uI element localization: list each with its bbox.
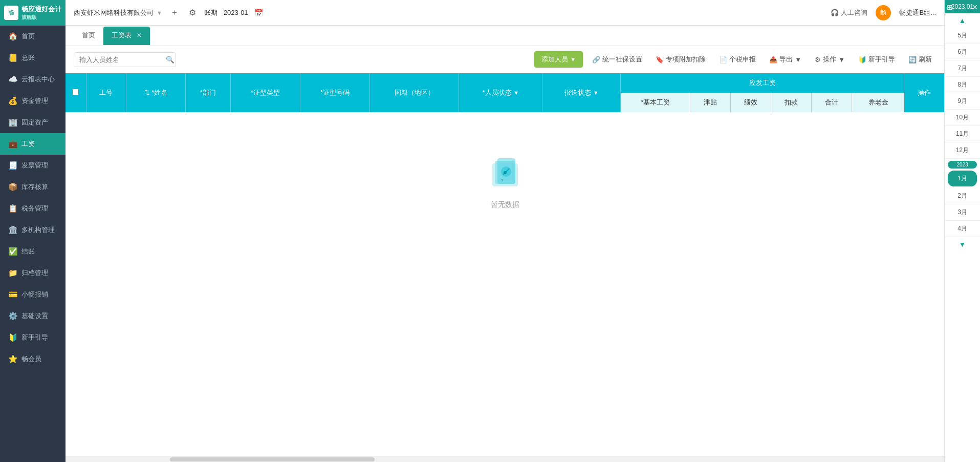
tax-report-button[interactable]: 📄 个税申报 bbox=[715, 52, 760, 67]
report-filter-icon[interactable]: ▼ bbox=[593, 90, 599, 96]
period-month-6[interactable]: 6月 bbox=[945, 44, 980, 60]
period-month-11[interactable]: 11月 bbox=[945, 126, 980, 142]
main-area: 西安虾米网络科技有限公司 ▼ ＋ ⚙ 账期 2023-01 📅 🎧 人工咨询 畅… bbox=[66, 0, 944, 462]
salary-table-wrapper: 工号 ⇅ *姓名 *部门 *证型类型 *证型号码 国籍（地区） *人员状态 ▼ … bbox=[66, 73, 944, 456]
period-month-5[interactable]: 5月 bbox=[945, 28, 980, 44]
tab-close-icon[interactable]: ✕ bbox=[137, 32, 142, 39]
sidebar-item-multi-org[interactable]: 🏛️ 多机构管理 bbox=[0, 219, 66, 241]
th-pension: 养老金 bbox=[852, 93, 904, 112]
sidebar-item-inventory[interactable]: 📦 库存核算 bbox=[0, 176, 66, 198]
sidebar-item-fixed-assets[interactable]: 🏢 固定资产 bbox=[0, 112, 66, 133]
content-area: 🔍 添加人员 ▼ 🔗 统一社保设置 🔖 专项附加扣除 📄 个税申报 📤 导出 bbox=[66, 46, 944, 462]
sidebar-item-ledger[interactable]: 📒 总账 bbox=[0, 47, 66, 69]
period-label: 账期 bbox=[204, 8, 217, 17]
panel-close-button[interactable]: ✕ bbox=[972, 3, 978, 11]
operations-label: 操作 bbox=[823, 55, 836, 64]
sidebar-item-tax[interactable]: 📋 税务管理 bbox=[0, 198, 66, 219]
sidebar-item-cloud-report[interactable]: ☁️ 云报表中心 bbox=[0, 69, 66, 90]
logo-text: 畅应通好会计 旗舰版 bbox=[21, 5, 61, 21]
th-operations: 操作 bbox=[904, 73, 944, 112]
guide-icon: 🔰 bbox=[8, 333, 17, 342]
operations-button[interactable]: ⚙ 操作 ▼ bbox=[811, 52, 849, 67]
human-service-label: 人工咨询 bbox=[841, 8, 867, 17]
period-month-10[interactable]: 10月 bbox=[945, 110, 980, 126]
period-month-7[interactable]: 7月 bbox=[945, 60, 980, 77]
sidebar-item-funds[interactable]: 💰 资金管理 bbox=[0, 90, 66, 112]
tax-icon: 📄 bbox=[719, 56, 727, 64]
period-month-8[interactable]: 8月 bbox=[945, 77, 980, 93]
expense-icon: 💳 bbox=[8, 290, 17, 299]
sidebar-item-vip[interactable]: ⭐ 畅会员 bbox=[0, 348, 66, 370]
operations-icon: ⚙ bbox=[815, 56, 821, 64]
empty-state-icon: ? bbox=[485, 153, 526, 194]
period-month-9[interactable]: 9月 bbox=[945, 93, 980, 110]
sidebar-item-label: 固定资产 bbox=[21, 118, 48, 127]
company-settings-button[interactable]: ⚙ bbox=[187, 6, 198, 19]
company-name: 西安虾米网络科技有限公司 bbox=[74, 8, 154, 17]
sidebar-item-archive[interactable]: 📁 归档管理 bbox=[0, 262, 66, 284]
sidebar-item-expense[interactable]: 💳 小畅报销 bbox=[0, 284, 66, 305]
period-down-button[interactable]: ▼ bbox=[945, 237, 980, 251]
logo-main-text: 畅应通好会计 bbox=[21, 5, 61, 14]
sidebar-item-settle[interactable]: ✅ 结账 bbox=[0, 241, 66, 262]
chevron-down-icon: ▼ bbox=[157, 10, 162, 16]
period-month-2[interactable]: 2月 bbox=[945, 188, 980, 204]
period-month-1[interactable]: 1月 bbox=[948, 171, 977, 187]
scrollbar-thumb[interactable] bbox=[170, 457, 375, 461]
add-company-button[interactable]: ＋ bbox=[168, 5, 181, 20]
guide-button[interactable]: 🔰 新手引导 bbox=[854, 52, 899, 67]
sidebar-item-invoice[interactable]: 🧾 发票管理 bbox=[0, 155, 66, 176]
fixed-assets-icon: 🏢 bbox=[8, 118, 17, 127]
search-button[interactable]: 🔍 bbox=[166, 56, 175, 64]
company-selector[interactable]: 西安虾米网络科技有限公司 ▼ bbox=[74, 8, 162, 17]
settle-icon: ✅ bbox=[8, 247, 17, 256]
th-nationality: 国籍（地区） bbox=[369, 73, 459, 112]
th-id-type: *证型类型 bbox=[230, 73, 300, 112]
special-deduction-button[interactable]: 🔖 专项附加扣除 bbox=[651, 52, 710, 67]
horizontal-scrollbar[interactable] bbox=[66, 456, 944, 462]
special-deduction-label: 专项附加扣除 bbox=[666, 55, 706, 64]
refresh-button[interactable]: 🔄 刷新 bbox=[904, 52, 936, 67]
period-panel: ⊞ 2023.01 ✕ ▲ 5月 6月 7月 8月 9月 10月 11月 12月… bbox=[944, 0, 980, 462]
ledger-icon: 📒 bbox=[8, 53, 17, 62]
period-month-3[interactable]: 3月 bbox=[945, 204, 980, 221]
sidebar-item-label: 畅会员 bbox=[21, 354, 41, 364]
tabs-bar: 首页 工资表 ✕ bbox=[66, 26, 944, 46]
tab-salary[interactable]: 工资表 ✕ bbox=[103, 27, 150, 45]
special-deduction-icon: 🔖 bbox=[656, 56, 664, 64]
panel-expand-button[interactable]: ⊞ bbox=[947, 3, 953, 11]
sidebar-item-salary[interactable]: 💼 工资 bbox=[0, 133, 66, 155]
select-all-checkbox[interactable] bbox=[72, 89, 79, 95]
tab-home[interactable]: 首页 bbox=[74, 27, 103, 45]
human-service-btn[interactable]: 🎧 人工咨询 bbox=[831, 8, 867, 17]
add-person-button[interactable]: 添加人员 ▼ bbox=[534, 51, 583, 68]
sidebar-item-guide[interactable]: 🔰 新手引导 bbox=[0, 327, 66, 348]
sidebar-item-label: 工资 bbox=[21, 139, 35, 149]
logo-sub-text: 旗舰版 bbox=[21, 14, 61, 21]
period-panel-year-label: 2023.01 bbox=[951, 3, 973, 10]
salary-icon: 💼 bbox=[8, 139, 17, 149]
refresh-icon: 🔄 bbox=[908, 56, 917, 64]
toolbar: 🔍 添加人员 ▼ 🔗 统一社保设置 🔖 专项附加扣除 📄 个税申报 📤 导出 bbox=[66, 46, 944, 73]
status-filter-icon[interactable]: ▼ bbox=[513, 90, 519, 96]
sidebar-item-label: 云报表中心 bbox=[21, 75, 55, 84]
th-checkbox[interactable] bbox=[66, 73, 86, 112]
calendar-icon[interactable]: 📅 bbox=[254, 9, 263, 17]
sidebar-item-label: 首页 bbox=[21, 32, 35, 41]
tab-salary-label: 工资表 bbox=[112, 31, 132, 39]
sidebar-item-home[interactable]: 🏠 首页 bbox=[0, 26, 66, 47]
social-security-label: 统一社保设置 bbox=[602, 55, 642, 64]
export-button[interactable]: 📤 导出 ▼ bbox=[765, 52, 805, 67]
inventory-icon: 📦 bbox=[8, 182, 17, 192]
export-chevron-icon: ▼ bbox=[795, 56, 801, 64]
search-input[interactable] bbox=[74, 52, 176, 67]
period-month-12[interactable]: 12月 bbox=[945, 142, 980, 159]
social-security-button[interactable]: 🔗 统一社保设置 bbox=[588, 52, 646, 67]
period-month-4[interactable]: 4月 bbox=[945, 221, 980, 237]
invoice-icon: 🧾 bbox=[8, 161, 17, 170]
sidebar-item-label: 税务管理 bbox=[21, 204, 48, 213]
sidebar-item-label: 归档管理 bbox=[21, 268, 48, 278]
tab-home-label: 首页 bbox=[82, 31, 95, 39]
sidebar-item-settings[interactable]: ⚙️ 基础设置 bbox=[0, 305, 66, 327]
period-up-button[interactable]: ▲ bbox=[945, 13, 980, 28]
